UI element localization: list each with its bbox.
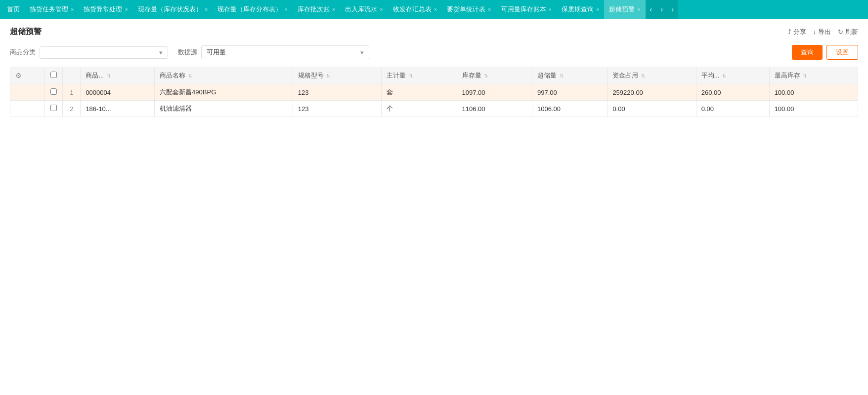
datasource-select[interactable]: 可用量 ▾ [201, 45, 369, 59]
share-label: 分享 [793, 28, 806, 37]
nav-item-6[interactable]: 出入库流水 × [340, 0, 388, 19]
nav-prev-arrow[interactable]: ‹ [646, 0, 656, 19]
nav-close-2[interactable]: × [125, 6, 128, 12]
nav-close-3[interactable]: × [205, 6, 208, 12]
category-select[interactable]: ▾ [40, 46, 168, 59]
sort-icon-capital: ⇅ [641, 73, 645, 79]
nav-expand-arrow[interactable]: › [667, 0, 678, 19]
th-unit[interactable]: 主计量 ⇅ [382, 67, 457, 84]
nav-label-10: 保质期查询 [562, 5, 594, 14]
row-max-stock-0: 100.00 [769, 84, 858, 101]
nav-close-7[interactable]: × [434, 6, 437, 12]
row-overstock-0: 997.00 [532, 84, 607, 101]
th-settings[interactable]: ⚙ [10, 67, 45, 84]
nav-item-7[interactable]: 收发存汇总表 × [388, 0, 442, 19]
nav-item-4[interactable]: 现存量（库存分布表） × [213, 0, 292, 19]
nav-close-6[interactable]: × [380, 6, 383, 12]
nav-close-11[interactable]: × [637, 6, 640, 12]
export-label: 导出 [818, 28, 831, 37]
query-button[interactable]: 查询 [792, 45, 823, 60]
th-spec[interactable]: 规格型号 ⇅ [293, 67, 381, 84]
row-name-0: 六配套新昌490BPG [155, 84, 293, 101]
refresh-icon: ↻ [838, 28, 843, 36]
nav-item-3[interactable]: 现存量（库存状况表） × [133, 0, 213, 19]
refresh-label: 刷新 [845, 28, 858, 37]
nav-next-arrow[interactable]: › [656, 0, 667, 19]
row-name-1: 机油滤清器 [155, 101, 293, 117]
nav-item-8[interactable]: 要货单统计表 × [442, 0, 496, 19]
page-title: 超储预警 [10, 27, 42, 37]
th-row-num [63, 67, 81, 84]
nav-label-8: 要货单统计表 [447, 5, 485, 14]
category-filter-group: 商品分类 ▾ [10, 46, 168, 59]
nav-close-9[interactable]: × [549, 6, 552, 12]
row-overstock-1: 1006.00 [532, 101, 607, 117]
row-select-checkbox-1[interactable] [50, 105, 57, 111]
nav-label-home: 首页 [7, 5, 20, 14]
nav-label-1: 拣货任务管理 [30, 5, 68, 14]
share-icon: ⤴ [788, 28, 791, 36]
nav-close-10[interactable]: × [596, 6, 599, 12]
nav-close-1[interactable]: × [71, 6, 74, 12]
datasource-dropdown-arrow: ▾ [360, 49, 364, 56]
row-unit-0: 套 [382, 84, 457, 101]
row-avg-0: 260.00 [696, 84, 769, 101]
sort-icon-unit: ⇅ [409, 73, 413, 79]
refresh-button[interactable]: ↻ 刷新 [838, 28, 858, 37]
nav-item-home[interactable]: 首页 [2, 0, 25, 19]
th-name[interactable]: 商品名称 ⇅ [155, 67, 293, 84]
row-checkbox-1[interactable] [45, 101, 63, 117]
nav-item-1[interactable]: 拣货任务管理 × [25, 0, 79, 19]
page-title-row: 超储预警 ⤴ 分享 ↓ 导出 ↻ 刷新 [10, 27, 858, 37]
row-unit-1: 个 [382, 101, 457, 117]
data-table: ⚙ 商品... ⇅ 商品名称 ⇅ 规格型号 ⇅ [10, 67, 858, 117]
filter-right: 查询 设置 [792, 45, 858, 60]
nav-label-7: 收发存汇总表 [393, 5, 432, 14]
share-button[interactable]: ⤴ 分享 [788, 28, 806, 37]
nav-item-9[interactable]: 可用量库存账本 × [496, 0, 557, 19]
select-all-checkbox[interactable] [50, 72, 57, 78]
nav-item-10[interactable]: 保质期查询 × [557, 0, 604, 19]
sort-icon-max-stock: ⇅ [803, 73, 807, 79]
row-spec-1: 123 [293, 101, 381, 117]
export-icon: ↓ [813, 28, 817, 36]
datasource-label: 数据源 [178, 48, 197, 57]
nav-item-2[interactable]: 拣货异常处理 × [79, 0, 132, 19]
row-capital-0: 259220.00 [608, 84, 696, 101]
th-checkbox[interactable] [45, 67, 63, 84]
row-checkbox-0[interactable] [45, 84, 63, 101]
nav-label-2: 拣货异常处理 [84, 5, 122, 14]
nav-item-11[interactable]: 超储预警 × [604, 0, 645, 19]
export-button[interactable]: ↓ 导出 [813, 28, 831, 37]
th-max-stock[interactable]: 最高库存 ⇅ [769, 67, 858, 84]
row-stock-1: 1106.00 [457, 101, 532, 117]
nav-close-4[interactable]: × [284, 6, 287, 12]
nav-close-5[interactable]: × [332, 6, 335, 12]
sort-icon-avg: ⇅ [722, 73, 726, 79]
row-avg-1: 0.00 [696, 101, 769, 117]
set-button[interactable]: 设置 [826, 45, 858, 60]
row-max-stock-1: 100.00 [769, 101, 858, 117]
nav-bar: 首页 拣货任务管理 × 拣货异常处理 × 现存量（库存状况表） × 现存量（库存… [0, 0, 868, 19]
th-stock[interactable]: 库存量 ⇅ [457, 67, 532, 84]
settings-icon[interactable]: ⚙ [15, 72, 22, 79]
nav-close-8[interactable]: × [488, 6, 491, 12]
th-avg[interactable]: 平均... ⇅ [696, 67, 769, 84]
row-select-checkbox-0[interactable] [50, 88, 57, 95]
sort-icon-name: ⇅ [188, 73, 192, 79]
table-row: 1 0000004 六配套新昌490BPG 123 套 1097.00 997.… [10, 84, 858, 101]
nav-item-5[interactable]: 库存批次账 × [293, 0, 340, 19]
sort-icon-code: ⇅ [107, 73, 111, 79]
th-overstock[interactable]: 超储量 ⇅ [532, 67, 607, 84]
datasource-filter-group: 数据源 可用量 ▾ [178, 45, 369, 59]
nav-label-4: 现存量（库存分布表） [217, 5, 282, 14]
sort-icon-stock: ⇅ [484, 73, 488, 79]
row-stock-0: 1097.00 [457, 84, 532, 101]
row-settings-0 [10, 84, 45, 101]
nav-label-11: 超储预警 [609, 5, 635, 14]
page-content: 超储预警 ⤴ 分享 ↓ 导出 ↻ 刷新 商品分类 ▾ 数据源 [0, 19, 868, 125]
th-code[interactable]: 商品... ⇅ [81, 67, 155, 84]
th-capital[interactable]: 资金占用 ⇅ [608, 67, 696, 84]
row-code-0: 0000004 [81, 84, 155, 101]
row-settings-1 [10, 101, 45, 117]
